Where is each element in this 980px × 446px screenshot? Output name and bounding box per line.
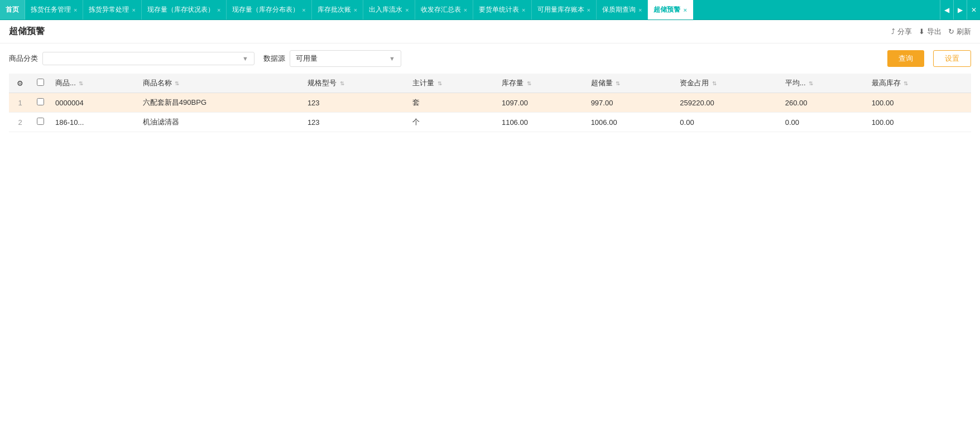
nav-tab-order-stat[interactable]: 要货单统计表 × (473, 0, 531, 20)
query-button[interactable]: 查询 (887, 50, 924, 67)
sort-icon-overstock: ⇅ (616, 80, 620, 86)
column-overstock[interactable]: 超储量 ⇅ (585, 74, 675, 93)
table-header-row: ⚙ 商品... ⇅ 商品名称 ⇅ 规格型号 ⇅ 主计量 (9, 74, 971, 93)
nav-tab-inventory-dist[interactable]: 现存量（库存分布表） × (227, 0, 311, 20)
column-product-code[interactable]: 商品... ⇅ (50, 74, 137, 93)
row-2-checkbox-cell[interactable] (31, 113, 50, 132)
sort-icon-unit: ⇅ (438, 80, 442, 86)
nav-tab-batch-label: 库存批次账 (318, 5, 351, 14)
row-1-spec: 123 (302, 93, 407, 113)
row-2-unit: 个 (407, 113, 496, 132)
row-2-overstock: 1006.00 (585, 113, 675, 132)
category-dropdown-icon: ▼ (242, 55, 248, 62)
nav-tab-batch[interactable]: 库存批次账 × (312, 0, 363, 20)
nav-arrows: ◀ ▶ ✕ (940, 0, 980, 20)
export-button[interactable]: ⬇ 导出 (919, 27, 941, 37)
refresh-label: 刷新 (957, 27, 971, 37)
nav-tab-inout-flow-close[interactable]: × (405, 7, 409, 13)
nav-tab-abnormal-close[interactable]: × (132, 7, 135, 13)
nav-tab-overstock-label: 超储预警 (654, 5, 680, 14)
share-button[interactable]: ⤴ 分享 (891, 27, 912, 37)
top-navigation: 首页 拣货任务管理 × 拣货异常处理 × 现存量（库存状况表） × 现存量（库存… (0, 0, 980, 20)
sort-icon-max-stock: ⇅ (904, 80, 908, 86)
row-2-stock: 1106.00 (496, 113, 585, 132)
row-2-checkbox[interactable] (37, 118, 44, 125)
row-1-overstock: 997.00 (585, 93, 675, 113)
column-checkbox[interactable] (31, 74, 50, 93)
column-gear[interactable]: ⚙ (9, 74, 31, 93)
category-select[interactable]: ▼ (42, 52, 254, 65)
row-1-checkbox-cell[interactable] (31, 93, 50, 113)
row-1-checkbox[interactable] (37, 98, 44, 105)
sort-icon-product-code: ⇅ (79, 80, 83, 86)
nav-tab-order-stat-close[interactable]: × (522, 7, 525, 13)
share-label: 分享 (897, 27, 912, 37)
settings-button[interactable]: 设置 (933, 50, 971, 67)
column-product-name[interactable]: 商品名称 ⇅ (137, 74, 302, 93)
column-max-stock[interactable]: 最高库存 ⇅ (866, 74, 971, 93)
row-2-product-name: 机油滤清器 (137, 113, 302, 132)
datasource-select[interactable]: 可用量 ▼ (290, 50, 401, 67)
row-2-num: 2 (9, 113, 31, 132)
table-container: ⚙ 商品... ⇅ 商品名称 ⇅ 规格型号 ⇅ 主计量 (0, 74, 980, 132)
datasource-dropdown-icon: ▼ (389, 55, 395, 62)
nav-tab-overstock-close[interactable]: × (683, 7, 686, 13)
nav-tab-quality[interactable]: 保质期查询 × (597, 0, 648, 20)
nav-prev-button[interactable]: ◀ (940, 0, 953, 20)
nav-tab-inventory-status[interactable]: 现存量（库存状况表） × (142, 0, 227, 20)
sort-icon-spec: ⇅ (340, 80, 344, 86)
row-2-capital: 0.00 (674, 113, 779, 132)
nav-tab-task-mgmt-close[interactable]: × (74, 7, 77, 13)
nav-tab-receive-send-label: 收发存汇总表 (421, 5, 461, 14)
sort-icon-capital: ⇅ (712, 80, 717, 86)
nav-tab-order-stat-label: 要货单统计表 (479, 5, 519, 14)
select-all-checkbox[interactable] (37, 79, 44, 86)
column-avg[interactable]: 平均... ⇅ (780, 74, 866, 93)
column-spec[interactable]: 规格型号 ⇅ (302, 74, 407, 93)
nav-tab-home-label: 首页 (6, 5, 19, 14)
table-row: 2 186-10... 机油滤清器 123 个 1106.00 1006.00 … (9, 113, 971, 132)
sort-icon-stock: ⇅ (527, 80, 531, 86)
row-1-avg: 260.00 (780, 93, 866, 113)
datasource-value: 可用量 (296, 54, 318, 64)
nav-tab-task-mgmt[interactable]: 拣货任务管理 × (25, 0, 83, 20)
nav-tab-quality-close[interactable]: × (638, 7, 642, 13)
nav-tab-overstock[interactable]: 超储预警 × (648, 0, 693, 20)
nav-tab-receive-send-close[interactable]: × (464, 7, 467, 13)
sort-icon-product-name: ⇅ (175, 80, 179, 86)
row-1-stock: 1097.00 (496, 93, 585, 113)
refresh-button[interactable]: ↻ 刷新 (948, 27, 971, 37)
nav-tab-abnormal-label: 拣货异常处理 (89, 5, 129, 14)
gear-icon: ⚙ (17, 79, 23, 88)
column-capital[interactable]: 资金占用 ⇅ (674, 74, 779, 93)
refresh-icon: ↻ (948, 27, 954, 36)
nav-tab-available-account[interactable]: 可用量库存账本 × (532, 0, 597, 20)
export-label: 导出 (927, 27, 941, 37)
nav-tab-available-account-label: 可用量库存账本 (537, 5, 584, 14)
category-filter: 商品分类 ▼ (9, 52, 254, 65)
row-2-product-code: 186-10... (50, 113, 137, 132)
share-icon: ⤴ (891, 27, 895, 36)
row-2-max-stock: 100.00 (866, 113, 971, 132)
nav-tab-task-mgmt-label: 拣货任务管理 (31, 5, 71, 14)
nav-tab-receive-send[interactable]: 收发存汇总表 × (415, 0, 473, 20)
nav-tab-inventory-status-close[interactable]: × (217, 7, 220, 13)
row-1-max-stock: 100.00 (866, 93, 971, 113)
nav-tab-inout-flow[interactable]: 出入库流水 × (363, 0, 415, 20)
category-label: 商品分类 (9, 54, 38, 64)
row-1-product-code: 0000004 (50, 93, 137, 113)
nav-tab-available-account-close[interactable]: × (587, 7, 590, 13)
nav-tab-abnormal[interactable]: 拣货异常处理 × (83, 0, 141, 20)
column-unit[interactable]: 主计量 ⇅ (407, 74, 496, 93)
nav-tab-home[interactable]: 首页 (0, 0, 25, 20)
datasource-label: 数据源 (263, 54, 285, 64)
datasource-filter: 数据源 可用量 ▼ (263, 50, 401, 67)
table-row: 1 0000004 六配套新昌490BPG 123 套 1097.00 997.… (9, 93, 971, 113)
column-stock[interactable]: 库存量 ⇅ (496, 74, 585, 93)
nav-tab-quality-label: 保质期查询 (602, 5, 636, 14)
nav-tab-batch-close[interactable]: × (354, 7, 357, 13)
overstock-table: ⚙ 商品... ⇅ 商品名称 ⇅ 规格型号 ⇅ 主计量 (9, 74, 971, 132)
nav-close-button[interactable]: ✕ (967, 0, 980, 20)
nav-tab-inventory-dist-close[interactable]: × (302, 7, 305, 13)
nav-next-button[interactable]: ▶ (953, 0, 967, 20)
